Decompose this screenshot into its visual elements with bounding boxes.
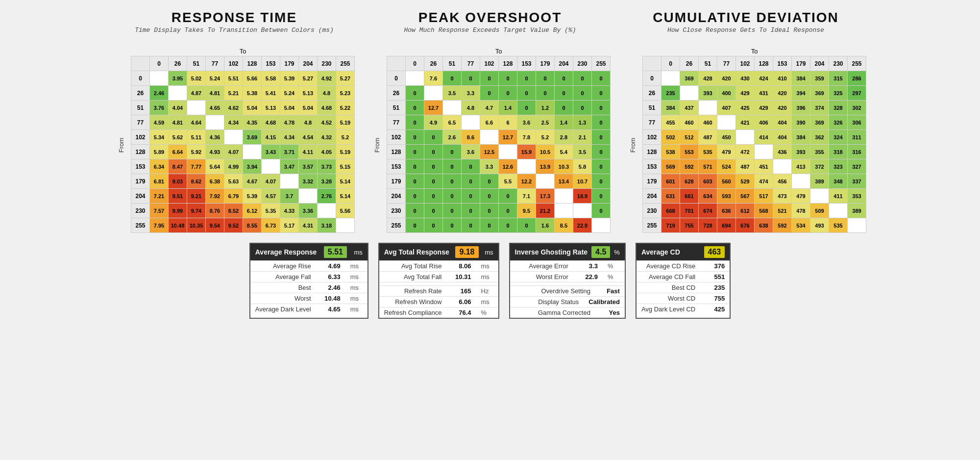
section-title: PEAK OVERSHOOT [418,10,562,26]
stats-item-value: 3.3 [578,262,598,270]
stats-row-item: Avg Total Rise8.06ms [379,260,498,271]
stats-header-label: Average Response [255,248,317,256]
section-cumulative-deviation: CUMULATIVE DEVIATIONHow Close Response G… [625,10,866,233]
matrix-from-label: From [118,138,125,153]
stats-item-unit: % [608,273,620,281]
stats-item-value: 22.9 [578,273,598,281]
stats-row-item: Worst Error22.9% [510,271,625,282]
section-title: CUMULATIVE DEVIATION [653,10,839,26]
table-row: 1280003.612.515.910.55.43.50 [387,145,611,159]
table-row: 230668701674636612568521478509389 [643,204,866,218]
stats-section: Average Response5.51msAverage Rise4.69ms… [5,243,975,319]
main-container: RESPONSE TIMETime Display Takes To Trans… [5,10,975,233]
stats-item-label: Gamma Corrected [515,309,590,316]
stats-item-value: Fast [600,287,620,295]
stats-item-label: Worst CD [641,295,695,302]
table-row: 77455460460421406404390369326306 [643,115,866,130]
stats-item-value: 6.33 [321,273,341,281]
stats-item-value: Yes [600,309,620,316]
matrix-wrapper: ToFrom026517710212815317920423025507.600… [369,38,611,233]
stats-item-value: 235 [705,284,725,291]
table-row: 128538553535479472436393355318316 [643,145,866,159]
table-row: 51384437407425429420396374328302 [643,101,866,115]
stats-item-value: 10.48 [321,295,341,302]
table-row: 2307.579.999.748.768.526.125.354.333.365… [131,204,355,218]
stats-header: Inverse Ghosting Rate4.5% [510,244,625,260]
stats-value-badge: 4.5 [591,246,610,258]
stats-row-item: Average Rise4.69ms [250,260,368,271]
table-row: 2040000007.117.318.90 [387,189,611,204]
table-row: 262.464.874.815.215.385.415.245.134.85.2… [131,86,355,101]
stats-item-label: Refresh Rate [384,287,442,295]
stats-box: Average Response5.51msAverage Rise4.69ms… [249,243,368,319]
table-row: 1025.345.625.114.363.694.154.344.544.325… [131,130,355,145]
stats-box: Avg Total Response9.18msAvg Total Rise8.… [378,243,499,319]
section-title: RESPONSE TIME [172,10,297,26]
stats-item-value: 551 [705,273,725,281]
stats-item-value: 376 [705,262,725,270]
stats-item-unit: ms [350,284,363,291]
stats-unit: ms [485,249,493,256]
stats-item-value: 425 [705,306,725,313]
stats-item-label: Avg Dark Level CD [641,306,695,313]
stats-item-value: 755 [705,295,725,302]
stats-row-item [379,282,498,285]
section-subtitle: How Much Response Exceeds Target Value B… [404,26,576,34]
stats-row-item: Avg Total Fall10.31ms [379,271,498,282]
stats-item-unit: ms [350,306,363,313]
stats-row-item: Average Fall6.33ms [250,271,368,282]
stats-value-badge: 5.51 [324,246,347,258]
stats-row-item: Worst CD755 [637,293,730,304]
stats-item-label: Average Dark Level [255,306,311,313]
stats-item-label: Average CD Rise [641,262,695,270]
stats-row-item: Average CD Rise376 [637,260,730,271]
stats-item-value: 2.46 [321,284,341,291]
stats-item-label: Display Status [515,298,579,306]
table-row: 255719755728694676638592534493535 [643,218,866,233]
stats-item-unit: % [608,262,620,270]
matrix-wrapper: ToFrom026517710212815317920423025503.955… [114,38,355,233]
table-row: 26235393400429431420394369325297 [643,86,866,101]
stats-row-item: Worst10.48ms [250,293,368,304]
table-row: 07.6000000000 [387,71,611,86]
matrix-to-label: To [131,48,355,55]
stats-item-value: 165 [452,287,471,295]
table-row: 102502512487450414404384362324311 [643,130,866,145]
stats-unit: ms [354,249,362,256]
data-matrix: 026517710212815317920423025503.955.025.2… [131,56,355,233]
table-row: 1536.348.477.775.644.993.943.473.573.735… [131,159,355,174]
stats-item-label: Best CD [641,284,695,291]
stats-box: Average CD463Average CD Rise376Average C… [636,243,731,319]
stats-item-label: Avg Total Fall [384,273,442,281]
stats-value-badge: 9.18 [455,246,478,258]
table-row: 2047.219.519.217.926.795.394.573.72.765.… [131,189,355,204]
stats-header: Avg Total Response9.18ms [379,244,498,260]
stats-item-label: Average Error [515,262,568,270]
stats-value-badge: 463 [704,246,725,258]
table-row: 7704.96.56.663.62.51.41.30 [387,115,611,130]
table-row: 15300003.312.613.910.35.80 [387,159,611,174]
table-row: 204631661634593567517473479411353 [643,189,866,204]
stats-row-item: Average Error3.3% [510,260,625,271]
matrix-from-label: From [629,138,637,153]
stats-item-unit: ms [350,262,363,270]
section-subtitle: Time Display Takes To Transition Between… [135,26,334,34]
table-row: 774.594.814.644.344.354.684.784.84.525.1… [131,115,355,130]
section-peak-overshoot: PEAK OVERSHOOTHow Much Response Exceeds … [369,10,611,233]
stats-item-value: 4.65 [321,306,341,313]
stats-row-item: Refresh Rate165Hz [379,285,498,296]
stats-item-label: Average CD Fall [641,273,695,281]
table-row: 179601628603560529474456389348337 [643,174,866,189]
data-matrix: 0265177102128153179204230255036942842043… [642,56,866,233]
stats-item-unit: ms [481,298,493,306]
stats-item-value: 6.06 [452,298,471,306]
stats-row-item: Avg Dark Level CD425 [637,304,730,314]
stats-item-unit: ms [481,273,493,281]
table-row: 2557.9510.4810.359.549.528.556.735.174.3… [131,218,355,233]
table-row: 51012.74.84.71.401.2000 [387,101,611,115]
stats-item-label: Overdrive Setting [515,287,590,295]
matrix-wrapper: ToFrom0265177102128153179204230255036942… [625,38,866,233]
stats-item-unit: ms [350,273,363,281]
stats-item-label: Refresh Window [384,298,442,306]
stats-item-label: Average Fall [255,273,311,281]
